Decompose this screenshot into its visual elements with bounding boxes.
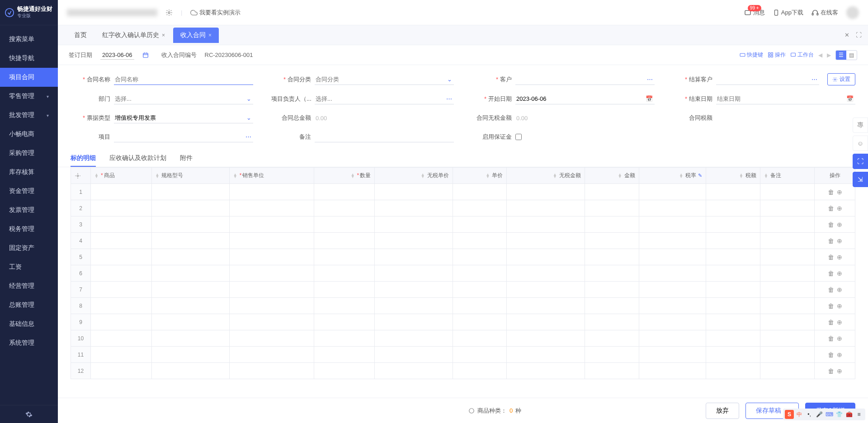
cell[interactable]: [375, 265, 453, 282]
copy-icon[interactable]: ⊕: [837, 319, 842, 326]
cell[interactable]: [453, 282, 507, 298]
column-header-10[interactable]: ▲▼备注: [760, 168, 814, 184]
cell[interactable]: [453, 298, 507, 314]
cell[interactable]: [375, 233, 453, 249]
copy-icon[interactable]: ⊕: [837, 286, 842, 293]
cell[interactable]: [375, 216, 453, 233]
column-header-9[interactable]: ▲▼税额: [706, 168, 760, 184]
calendar-icon[interactable]: 📅: [644, 95, 655, 102]
sidebar-item-3[interactable]: 零售管理▾: [0, 87, 58, 106]
ops-tool[interactable]: 操作: [768, 51, 786, 59]
cell[interactable]: [706, 249, 760, 265]
cell[interactable]: [453, 216, 507, 233]
cell[interactable]: [760, 249, 814, 265]
copy-icon[interactable]: ⊕: [837, 270, 842, 277]
cell[interactable]: [229, 216, 314, 233]
cell[interactable]: [760, 347, 814, 363]
sort-icon[interactable]: ▲▼: [94, 174, 99, 178]
sort-icon[interactable]: ▲▼: [618, 174, 622, 178]
cell[interactable]: [314, 233, 375, 249]
table-row[interactable]: 11🗑⊕: [71, 347, 855, 363]
tab-0[interactable]: 首页: [67, 28, 94, 43]
cell[interactable]: [585, 282, 639, 298]
sort-icon[interactable]: ▲▼: [156, 174, 160, 178]
cell[interactable]: [639, 282, 706, 298]
table-row[interactable]: 2🗑⊕: [71, 200, 855, 216]
next-nav[interactable]: ▶: [827, 52, 831, 58]
cell[interactable]: [229, 347, 314, 363]
sort-icon[interactable]: ▲▼: [553, 174, 557, 178]
sort-icon[interactable]: ▲▼: [764, 174, 768, 178]
cell[interactable]: [229, 265, 314, 282]
delete-icon[interactable]: 🗑: [828, 319, 834, 326]
cell[interactable]: [760, 363, 814, 379]
ime-keyboard-icon[interactable]: ⌨: [825, 410, 834, 419]
cell[interactable]: [229, 200, 314, 216]
sidebar-item-9[interactable]: 发票管理: [0, 201, 58, 220]
cell[interactable]: [706, 282, 760, 298]
cell[interactable]: [585, 330, 639, 347]
cell[interactable]: [507, 282, 585, 298]
cell[interactable]: [507, 233, 585, 249]
gear-icon[interactable]: [75, 173, 81, 179]
ime-lang[interactable]: 中: [795, 410, 804, 419]
cell[interactable]: [507, 216, 585, 233]
delete-icon[interactable]: 🗑: [828, 302, 834, 310]
cell[interactable]: [706, 184, 760, 200]
abandon-button[interactable]: 放弃: [706, 403, 739, 419]
cell[interactable]: [507, 347, 585, 363]
cell[interactable]: [585, 216, 639, 233]
cell[interactable]: [151, 298, 229, 314]
cell[interactable]: [453, 200, 507, 216]
more-icon[interactable]: ⋯: [810, 76, 819, 83]
edit-icon[interactable]: ✎: [698, 173, 702, 179]
cell[interactable]: [639, 233, 706, 249]
cell[interactable]: [151, 330, 229, 347]
delete-icon[interactable]: 🗑: [828, 188, 834, 196]
table-row[interactable]: 1🗑⊕: [71, 184, 855, 200]
cell[interactable]: [151, 282, 229, 298]
cell[interactable]: [453, 330, 507, 347]
cell[interactable]: [639, 314, 706, 330]
sidebar-item-12[interactable]: 工资: [0, 258, 58, 277]
demo-link[interactable]: 我要看实例演示: [190, 9, 241, 17]
app-download-button[interactable]: App下载: [773, 9, 803, 17]
settings-icon[interactable]: [165, 9, 173, 16]
sidebar-item-2[interactable]: 项目合同: [0, 68, 58, 87]
tab-1[interactable]: 红字收入确认单历史×: [95, 28, 172, 43]
ime-punct[interactable]: •,: [805, 410, 814, 419]
owner-input[interactable]: [315, 94, 444, 104]
cell[interactable]: [639, 265, 706, 282]
cell[interactable]: [760, 184, 814, 200]
cell[interactable]: [314, 298, 375, 314]
cell[interactable]: [585, 249, 639, 265]
cell[interactable]: [151, 233, 229, 249]
cell[interactable]: [507, 330, 585, 347]
float-collapse[interactable]: ⇲: [853, 172, 868, 187]
invoice-type-input[interactable]: [114, 113, 245, 123]
sidebar-item-14[interactable]: 总账管理: [0, 296, 58, 315]
ime-toolbox-icon[interactable]: 🧰: [844, 410, 854, 419]
start-date-input[interactable]: [515, 94, 644, 104]
cell[interactable]: [639, 184, 706, 200]
sidebar-item-0[interactable]: 搜索菜单: [0, 30, 58, 49]
cell[interactable]: [453, 184, 507, 200]
cell[interactable]: [507, 200, 585, 216]
cell[interactable]: [151, 314, 229, 330]
delete-icon[interactable]: 🗑: [828, 335, 834, 342]
sort-icon[interactable]: ▲▼: [233, 174, 237, 178]
sidebar-item-15[interactable]: 基础信息: [0, 315, 58, 334]
sort-icon[interactable]: ▲▼: [421, 174, 425, 178]
cell[interactable]: [314, 330, 375, 347]
cell[interactable]: [229, 298, 314, 314]
detail-tab-0[interactable]: 标的明细: [71, 150, 96, 167]
column-header-4[interactable]: ▲▼无税单价: [375, 168, 453, 184]
online-service-button[interactable]: 在线客: [811, 9, 838, 17]
cell[interactable]: [639, 216, 706, 233]
column-header-5[interactable]: ▲▼单价: [453, 168, 507, 184]
cell[interactable]: [314, 282, 375, 298]
sort-icon[interactable]: ▲▼: [351, 174, 355, 178]
calendar-icon[interactable]: 📅: [844, 95, 855, 102]
cell[interactable]: [585, 233, 639, 249]
table-row[interactable]: 9🗑⊕: [71, 314, 855, 330]
